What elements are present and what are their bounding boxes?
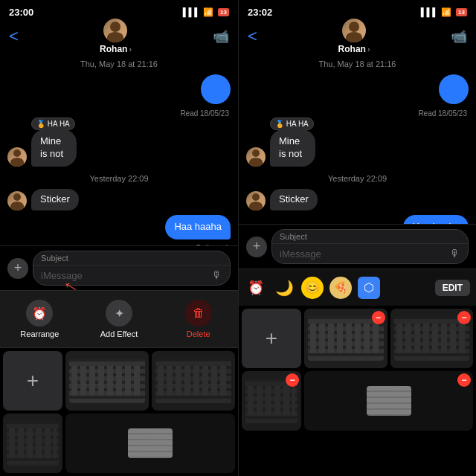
media-row-1-left: +: [3, 351, 235, 411]
remove-badge-1[interactable]: −: [372, 311, 385, 324]
battery-badge-left: 13: [218, 8, 229, 16]
battery-badge-right: 13: [456, 8, 467, 16]
date-label-2: Yesterday 22:09: [7, 174, 231, 183]
keyboard-thumb-1: [65, 351, 149, 411]
rearrange-label: Rearrange: [20, 329, 59, 338]
media-strip-right: ⏰ 🌙 😊 🍕 ⬡ EDIT: [239, 268, 476, 306]
strip-moon-icon[interactable]: 🌙: [273, 277, 295, 299]
nav-bar-right: < Rohan › 📹: [239, 21, 476, 54]
media-area-left: +: [0, 348, 238, 476]
video-button-left[interactable]: 📹: [213, 28, 229, 45]
strip-appstore-icon[interactable]: ⬡: [358, 277, 380, 299]
chat-area-right: Thu, May 18 at 21:16 Read 18/05/23 🏅 HA …: [239, 54, 476, 224]
context-menu-row: ↓ ⏰ Rearrange ✦ Add Effect 🗑 Delete: [0, 291, 238, 348]
strip-memoji-icon[interactable]: 🍕: [329, 277, 352, 299]
avatar-small-right: [246, 147, 266, 167]
keyboard-thumb-3: [3, 414, 62, 473]
ctx-rearrange[interactable]: ⏰ Rearrange: [0, 297, 80, 341]
nav-center-right: Rohan ›: [338, 19, 370, 54]
date-label-r2: Yesterday 22:09: [246, 174, 469, 183]
message-placeholder-right: iMessage: [280, 248, 321, 260]
msg-received-reaction-r: 🏅 HA HA Mine is not: [246, 129, 469, 167]
white-thumb-r: [367, 386, 411, 416]
media-add-button-left[interactable]: +: [3, 351, 62, 411]
keyboard-thumb-2: [152, 351, 235, 411]
subject-field-left: Subject: [33, 251, 230, 266]
mic-icon-left: 🎙: [212, 269, 222, 281]
date-label-r1: Thu, May 18 at 21:16: [246, 60, 469, 68]
status-bar-right: 23:02 ▌▌▌ 📶 13: [239, 0, 476, 21]
delete-label: Delete: [187, 329, 210, 338]
msg-received-reaction: 🏅 HA HA Mine is not: [7, 129, 231, 167]
status-icons-right: ▌▌▌ 📶 13: [421, 7, 467, 17]
panel-right: 23:02 ▌▌▌ 📶 13 < Rohan › 📹 Thu, May 18 a…: [238, 0, 476, 476]
contact-name-left: Rohan: [100, 44, 127, 54]
msg-sticker: Sticker: [7, 189, 231, 210]
media-row-2-right: − −: [242, 371, 473, 431]
strip-emoji-icon[interactable]: 😊: [301, 277, 324, 299]
wifi-icon-left: 📶: [203, 7, 213, 17]
wifi-icon-right: 📶: [441, 7, 451, 17]
media-thumb-3-right[interactable]: −: [242, 371, 301, 431]
message-field-right[interactable]: iMessage 🎙: [272, 244, 468, 263]
input-area-left: + Subject iMessage 🎙: [0, 245, 238, 290]
status-icons-left: ▌▌▌ 📶 13: [183, 7, 229, 17]
strip-clock-icon[interactable]: ⏰: [245, 277, 267, 299]
edit-button-right[interactable]: EDIT: [435, 280, 470, 296]
ctx-delete[interactable]: 🗑 Delete: [158, 297, 238, 341]
msg-haa-haaha-r: Haa haaha: [246, 215, 469, 224]
mic-icon-right: 🎙: [450, 248, 460, 260]
avatar-right: [342, 19, 366, 42]
media-thumb-1-right[interactable]: −: [304, 309, 387, 368]
input-box-right[interactable]: Subject iMessage 🎙: [271, 229, 469, 264]
time-right: 23:02: [248, 7, 272, 18]
msg-haa-haaha: Haa haaha: [7, 215, 231, 239]
remove-badge-4[interactable]: −: [457, 373, 471, 387]
red-arrow-container: ↓: [67, 276, 77, 299]
add-effect-icon: ✦: [106, 300, 132, 327]
contact-name-right: Rohan: [338, 44, 366, 54]
white-item-left: [65, 414, 235, 473]
bubble-sticker-r: Sticker: [270, 189, 318, 210]
remove-badge-2[interactable]: −: [457, 311, 471, 324]
back-button-right[interactable]: <: [248, 28, 257, 45]
media-thumb-2-right[interactable]: −: [390, 309, 474, 368]
back-button-left[interactable]: <: [9, 28, 19, 45]
nav-center-left: Rohan ›: [100, 19, 132, 54]
remove-badge-3[interactable]: −: [286, 373, 299, 387]
media-thumb-1-left[interactable]: [65, 351, 149, 411]
status-bar-left: 23:00 ▌▌▌ 📶 13: [0, 0, 238, 21]
media-thumb-2-left[interactable]: [152, 351, 235, 411]
bubble-haa-haaha: Haa haaha: [165, 215, 231, 239]
reaction-badge: 🏅 HA HA: [31, 118, 75, 130]
avatar-small-sticker: [7, 191, 27, 210]
media-area-right: + − − − −: [239, 306, 476, 476]
ctx-add-effect[interactable]: ✦ Add Effect: [80, 297, 159, 341]
subject-field-right: Subject: [272, 230, 468, 244]
date-label-1: Thu, May 18 at 21:16: [7, 60, 231, 68]
input-area-right: + Subject iMessage 🎙: [239, 224, 476, 268]
white-item-right: −: [304, 371, 473, 431]
media-add-button-right[interactable]: +: [242, 309, 301, 368]
media-thumb-3-left[interactable]: [3, 414, 62, 473]
avatar-left: [103, 19, 127, 42]
chat-area-left: Thu, May 18 at 21:16 Read 18/05/23 🏅 HA …: [0, 54, 238, 245]
bubble-mine-is-not-r: Mine is not: [270, 129, 315, 167]
avatar-small-left: [7, 147, 27, 167]
signal-icon-right: ▌▌▌: [421, 7, 438, 16]
panel-left: 23:00 ▌▌▌ 📶 13 < Rohan › 📹 Thu, May 18 a…: [0, 0, 238, 476]
video-button-right[interactable]: 📹: [451, 28, 467, 45]
bubble-empty: [201, 74, 231, 104]
msg-sent-empty-r: [246, 74, 469, 104]
add-effect-label: Add Effect: [100, 329, 138, 338]
white-thumb: [128, 428, 173, 458]
avatar-small-sticker-r: [246, 191, 266, 210]
media-row-1-right: + − −: [242, 309, 473, 368]
bubble-mine-is-not: Mine is not: [31, 129, 77, 167]
plus-button-left[interactable]: +: [7, 258, 28, 279]
bubble-haa-haaha-r: Haa haaha: [403, 215, 469, 224]
delete-icon: 🗑: [185, 300, 212, 327]
plus-button-right[interactable]: +: [246, 237, 267, 257]
read-status: Read 18/05/23: [7, 109, 231, 118]
rearrange-icon: ⏰: [26, 300, 53, 327]
